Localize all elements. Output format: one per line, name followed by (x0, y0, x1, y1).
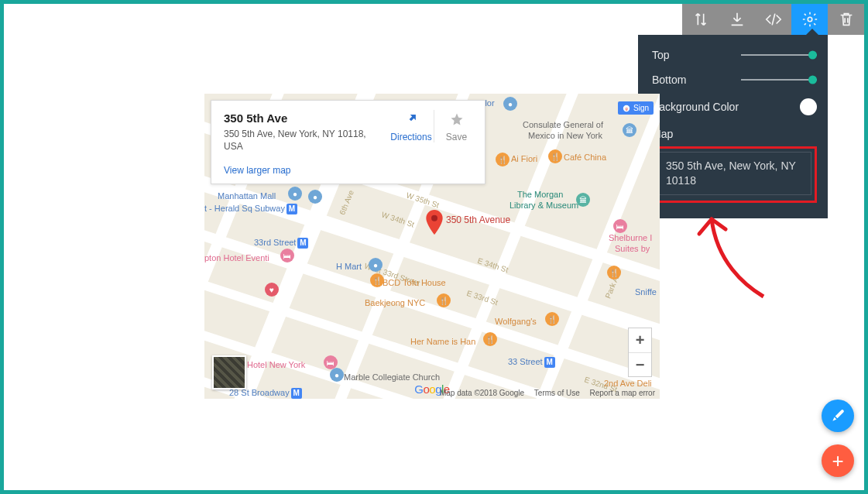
poi-label: Café China (564, 153, 606, 162)
toolbar (682, 4, 864, 35)
poi-pin: ● (330, 368, 344, 382)
poi-label: 33 StreetM (508, 357, 555, 368)
delete-button[interactable] (828, 4, 864, 35)
poi-label: Hotel New York (247, 360, 305, 369)
map-data-label: Map data ©2018 Google (440, 389, 524, 397)
poi-label: pton Hotel Eventi (204, 253, 269, 262)
map-input-highlight: 350 5th Ave, New York, NY 10118 (652, 146, 817, 203)
poi-label: Shelburne I (609, 233, 652, 242)
poi-pin: 🏛 (576, 193, 590, 207)
poi-pin: 🍴 (483, 332, 497, 346)
zoom-control: + − (628, 328, 652, 377)
poi-label: Consulate General of (523, 120, 603, 129)
poi-label: 2nd Ave Deli (604, 379, 652, 388)
poi-label: 28 St BroadwayM (229, 388, 302, 399)
bottom-slider[interactable] (741, 74, 817, 85)
top-spacing-row: Top (652, 49, 817, 61)
marker-label: 350 5th Avenue (446, 214, 510, 225)
poi-pin: 🍴 (370, 273, 384, 287)
poi-label: Library & Museum (509, 201, 578, 210)
poi-pin: ● (369, 258, 383, 272)
poi-pin: 🍴 (545, 312, 559, 326)
sort-icon (692, 11, 709, 28)
poi-pin: ● (308, 190, 322, 204)
bg-color-row: Background Color (652, 98, 817, 115)
zoom-in-button[interactable]: + (629, 328, 651, 352)
poi-label: Manhattan Mall (218, 191, 276, 201)
brush-icon (830, 408, 846, 424)
poi-pin: ● (288, 187, 302, 201)
info-actions: Directions Save (389, 110, 479, 142)
bg-color-swatch[interactable] (800, 98, 817, 115)
directions-label: Directions (390, 132, 431, 142)
poi-label: Wolfgang's (495, 317, 537, 326)
save-label: Save (446, 132, 467, 142)
map-embed[interactable]: W 35th St W 34th St West 33rd Street E 3… (204, 94, 660, 399)
poi-label: Baekjeong NYC (365, 298, 425, 307)
poi-pin: 🍴 (607, 266, 621, 280)
poi-label: Sniffe (635, 287, 657, 297)
report-link[interactable]: Report a map error (590, 389, 655, 397)
svg-point-1 (431, 215, 437, 221)
top-label: Top (652, 49, 670, 61)
poi-pin: 🛏 (280, 249, 294, 262)
bg-color-label: Background Color (652, 101, 739, 113)
poi-pin: 🏛 (623, 123, 636, 137)
google-icon: g (623, 105, 630, 112)
annotation-arrow (690, 208, 775, 300)
poi-pin: ♥ (265, 283, 279, 297)
road-label: 6th Ave (338, 189, 355, 216)
svg-point-0 (808, 17, 812, 22)
poi-label: 33rd StreetM (254, 238, 308, 249)
poi-label: Ai Fiori (511, 154, 537, 163)
sort-button[interactable] (682, 4, 719, 35)
map-marker: 350 5th Avenue (426, 210, 443, 235)
zoom-out-button[interactable]: − (629, 352, 651, 376)
map-section-label: Map (652, 128, 817, 140)
style-fab[interactable] (822, 400, 854, 432)
poi-label: H Mart (336, 262, 362, 271)
directions-button[interactable]: Directions (389, 110, 434, 142)
trash-icon (838, 11, 855, 28)
add-fab[interactable]: + (822, 444, 854, 477)
bottom-spacing-row: Bottom (652, 74, 817, 86)
svg-text:g: g (625, 105, 627, 110)
poi-pin: 🛏 (324, 355, 338, 369)
plus-icon: + (832, 449, 843, 473)
star-icon (450, 112, 464, 126)
info-address: 350 5th Ave, New York, NY 10118, USA (224, 128, 379, 153)
top-slider[interactable] (741, 50, 817, 60)
poi-label: Mexico in New York (528, 131, 602, 140)
gear-icon (801, 11, 818, 28)
poi-pin: 🍴 (437, 293, 451, 307)
poi-label: BCD Tofu House (383, 278, 446, 287)
poi-pin: ● (503, 97, 517, 111)
poi-pin: 🍴 (496, 153, 509, 166)
map-address-input[interactable]: 350 5th Ave, New York, NY 10118 (657, 152, 811, 195)
settings-panel: Top Bottom Background Color Map 350 5th … (638, 35, 828, 218)
code-icon (765, 11, 782, 28)
poi-pin: 🛏 (613, 219, 627, 233)
save-button[interactable]: Save (434, 110, 479, 142)
poi-label: t - Herald Sq SubwayM (204, 204, 297, 214)
download-button[interactable] (719, 4, 755, 35)
code-button[interactable] (755, 4, 791, 35)
sign-in-badge[interactable]: g Sign (618, 101, 654, 115)
sign-in-label: Sign (633, 104, 649, 112)
poi-label: Suites by (615, 244, 650, 253)
satellite-toggle[interactable] (212, 355, 246, 389)
download-icon (729, 11, 746, 28)
poi-label: The Morgan (517, 190, 563, 199)
map-footer: Map data ©2018 Google Terms of Use Repor… (432, 389, 655, 397)
view-larger-link[interactable]: View larger map (224, 165, 290, 176)
poi-label: Marble Collegiate Church (344, 372, 440, 382)
terms-link[interactable]: Terms of Use (534, 389, 580, 397)
poi-label: Her Name is Han (410, 337, 475, 346)
poi-pin: 🍴 (548, 149, 562, 163)
directions-icon (403, 111, 419, 127)
bottom-label: Bottom (652, 74, 686, 86)
map-info-card: 350 5th Ave 350 5th Ave, New York, NY 10… (211, 100, 485, 184)
